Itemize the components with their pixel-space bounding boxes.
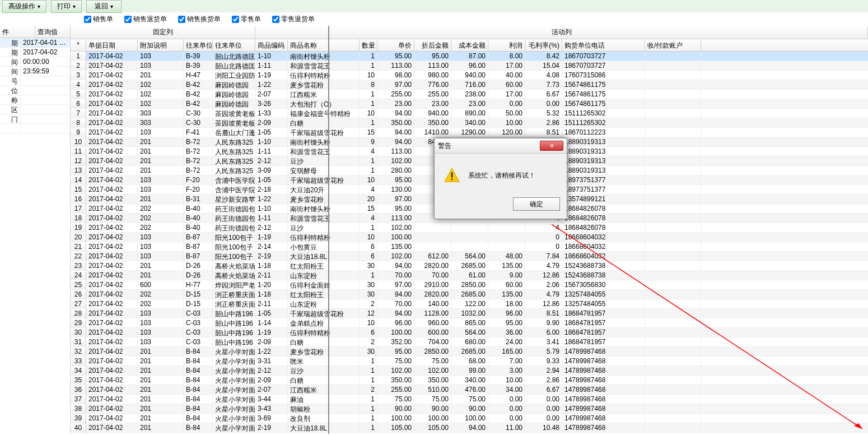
cell-cost-amount: 90.00 — [451, 404, 488, 413]
cell-idx: 25 — [71, 280, 86, 289]
table-row[interactable]: 12017-04-02103B-39韶山北路德匡1-10南街村馒头粉195.00… — [71, 52, 868, 61]
cell-date: 2017-04-02 — [86, 233, 138, 242]
table-row[interactable]: 392017-04-02201B-84火星小学对面3-69改良剂1100.001… — [71, 414, 868, 423]
sidebar-row[interactable]: 间00:00:00 — [0, 57, 70, 67]
print-button[interactable]: 打印 — [51, 0, 82, 13]
table-row[interactable]: 382017-04-02201B-84火星小学对面3-43胡椒粉190.0090… — [71, 404, 868, 414]
dialog-ok-button[interactable]: 确定 — [513, 197, 560, 211]
cell-unit-code: F-20 — [184, 185, 213, 194]
col-idx[interactable]: * — [71, 39, 86, 51]
cell-price: 94.00 — [377, 433, 414, 434]
sidebar-cell-value — [21, 95, 70, 104]
table-row[interactable]: 262017-04-02202D-15浏正桥重庆面1-18红太阳粉王3094.0… — [71, 290, 868, 299]
cell-phone: 18668604032 — [562, 252, 645, 261]
col-discount-amount[interactable]: 折后金额 — [414, 39, 451, 51]
col-cost-amount[interactable]: 成本金额 — [451, 39, 488, 51]
table-row[interactable]: 292017-04-02103C-03韶山中路1961-14金弟糕点粉1096.… — [71, 318, 868, 328]
table-row[interactable]: 282017-04-02103C-03韶山中路1961-05千家瑞超级雪花粉12… — [71, 309, 868, 318]
cell-note: 201 — [138, 156, 184, 165]
col-date[interactable]: 单据日期 — [86, 39, 138, 51]
cell-discount-amount: 776.00 — [414, 80, 451, 89]
cell-discount-amount: 510.00 — [414, 385, 451, 394]
sidebar-row[interactable]: 号 — [0, 76, 70, 86]
sidebar-row[interactable] — [0, 124, 70, 133]
table-row[interactable]: 412017-04-02201D-29伍家岭面条马1-18红太阳粉王5094.0… — [71, 433, 868, 434]
cell-unit-code: C-30 — [184, 118, 213, 127]
cell-phone: 18684781957 — [562, 309, 645, 318]
table-row[interactable]: 322017-04-02201B-84火星小学对面1-22麦乡雪花粉3095.0… — [71, 347, 868, 357]
table-row[interactable]: 402017-04-02201B-84火星小学对面2-19大豆油18.8L110… — [71, 423, 868, 433]
col-unit-name[interactable]: 往来单位 — [213, 39, 255, 51]
cell-unit-name: 含浦中医学院 — [213, 185, 255, 194]
col-price[interactable]: 单价 — [377, 39, 414, 51]
table-row[interactable]: 32017-04-02201H-47浏阳工业园防1-19伍得利特精粉1098.0… — [71, 71, 868, 80]
grid-body[interactable]: 12017-04-02103B-39韶山北路德匡1-10南街村馒头粉195.00… — [71, 52, 868, 434]
table-row[interactable]: 62017-04-02102B-42麻园岭德园3-26大包泡打（O）123.00… — [71, 99, 868, 109]
cell-qty: 10 — [360, 318, 377, 327]
checkbox-retail-return[interactable]: 零售退货单 — [272, 15, 315, 24]
checkbox-retail-order[interactable]: 零售单 — [232, 15, 261, 24]
col-note[interactable]: 附加说明 — [138, 39, 184, 51]
cell-date: 2017-04-02 — [86, 175, 138, 184]
cell-cost-amount: 238.00 — [451, 90, 488, 99]
sidebar-row[interactable]: 期2017-04-02 — [0, 48, 70, 57]
cell-phone: 15111265302 — [562, 109, 645, 118]
cell-note: 103 — [138, 337, 184, 346]
checkbox-sales-order[interactable]: 销售单 — [84, 15, 113, 24]
table-row[interactable]: 302017-04-02103C-03韶山中路1961-19伍得利特精粉6100… — [71, 328, 868, 337]
cell-price: 105.00 — [377, 423, 414, 432]
col-margin-rate[interactable]: 毛利率(%) — [525, 39, 562, 51]
table-row[interactable]: 372017-04-02201B-84火星小学对面3-44麻油175.0075.… — [71, 395, 868, 404]
cell-unit-code: B-84 — [184, 404, 213, 413]
checkbox-sales-return[interactable]: 销售退货单 — [124, 15, 167, 24]
table-row[interactable]: 92017-04-02103F-41岳麓山大门蓬1-05千家瑞超级雪花粉1594… — [71, 128, 868, 137]
table-row[interactable]: 22017-04-02103B-39韶山北路德匡1-11和源雪雪花王1113.0… — [71, 61, 868, 71]
table-row[interactable]: 332017-04-02201B-84火星小学对面3-31咣米175.0075.… — [71, 357, 868, 366]
col-product-name[interactable]: 商品名称 — [288, 39, 360, 51]
col-product-code[interactable]: 商品编码 — [255, 39, 288, 51]
dialog-close-button[interactable]: ✕ — [540, 141, 563, 151]
sidebar-row[interactable]: 门 — [0, 114, 70, 124]
table-row[interactable]: 342017-04-02201B-84火星小学对面2-12豆沙1102.0010… — [71, 366, 868, 376]
table-row[interactable]: 72017-04-02303C-30茶园坡黄老板1-33福康金福壹号特精粉109… — [71, 109, 868, 118]
table-row[interactable]: 352017-04-02201B-84火星小学对面2-09白糖1350.0035… — [71, 376, 868, 385]
table-row[interactable]: 252017-04-02600H-77烨园浏阳严老1-20伍得利金面娃3097.… — [71, 280, 868, 290]
cell-cost-amount: 4475.00 — [451, 433, 488, 434]
advanced-button[interactable]: 高级操作 — [2, 0, 46, 13]
col-phone[interactable]: 购货单位电话 — [562, 39, 645, 51]
sidebar-row[interactable]: 区 — [0, 105, 70, 114]
table-row[interactable]: 82017-04-02303C-30茶园坡黄老板2-09白糖1350.00350… — [71, 118, 868, 128]
cell-date: 2017-04-02 — [86, 299, 138, 308]
cell-cost-amount: 94.00 — [451, 423, 488, 432]
sidebar-row[interactable]: 间23:59:59 — [0, 67, 70, 76]
table-row[interactable]: 312017-04-02103C-03韶山中路1962-09白糖2352.007… — [71, 337, 868, 347]
checkbox-sales-exchange[interactable]: 销售换货单 — [178, 15, 221, 24]
cell-product-code: 2-07 — [255, 385, 288, 394]
back-button[interactable]: 返回 — [86, 0, 122, 13]
table-row[interactable]: 222017-04-02103B-87阳光100包子2-19大豆油18.8L61… — [71, 252, 868, 261]
col-profit[interactable]: 利润 — [488, 39, 525, 51]
cell-margin-rate: 7.73 — [525, 80, 562, 89]
cell-qty: 2 — [360, 337, 377, 346]
table-row[interactable]: 242017-04-02201D-26高桥火焰菜场2-11山东淀粉170.007… — [71, 271, 868, 280]
table-row[interactable]: 42017-04-02102B-42麻园岭德园1-22麦乡雪花粉897.0077… — [71, 80, 868, 90]
cell-unit-code: B-84 — [184, 376, 213, 385]
cell-profit: 135.00 — [488, 290, 525, 299]
col-account[interactable]: 收/付款账户 — [645, 39, 701, 51]
table-row[interactable]: 272017-04-02202D-15浏正桥重庆面2-11山东淀粉270.001… — [71, 299, 868, 309]
table-row[interactable]: 212017-04-02103B-87阳光100包子2-14小包黄豆6135.0… — [71, 242, 868, 252]
cell-idx: 27 — [71, 299, 86, 308]
cell-product-name: 千家瑞超级雪花粉 — [288, 175, 360, 184]
cell-idx: 30 — [71, 328, 86, 337]
cell-profit: 60.00 — [488, 280, 525, 289]
sidebar-row[interactable]: 位 — [0, 86, 70, 95]
table-row[interactable]: 232017-04-02201D-26高桥火焰菜场1-18红太阳粉王3094.0… — [71, 261, 868, 271]
cell-unit-name: 星沙新安路苹 — [213, 195, 255, 203]
sidebar-row[interactable]: 称 — [0, 95, 70, 105]
table-row[interactable]: 362017-04-02201B-84火星小学对面2-07江西糯米2255.00… — [71, 385, 868, 395]
table-row[interactable]: 52017-04-02102B-42麻园岭德园2-07江西糯米1255.0025… — [71, 90, 868, 99]
sidebar-row[interactable]: 期2017-04-01 … — [0, 38, 70, 48]
col-qty[interactable]: 数量 — [360, 39, 377, 51]
col-unit-code[interactable]: 往来单位 — [184, 39, 213, 51]
cell-discount-amount: 612.00 — [414, 252, 451, 261]
